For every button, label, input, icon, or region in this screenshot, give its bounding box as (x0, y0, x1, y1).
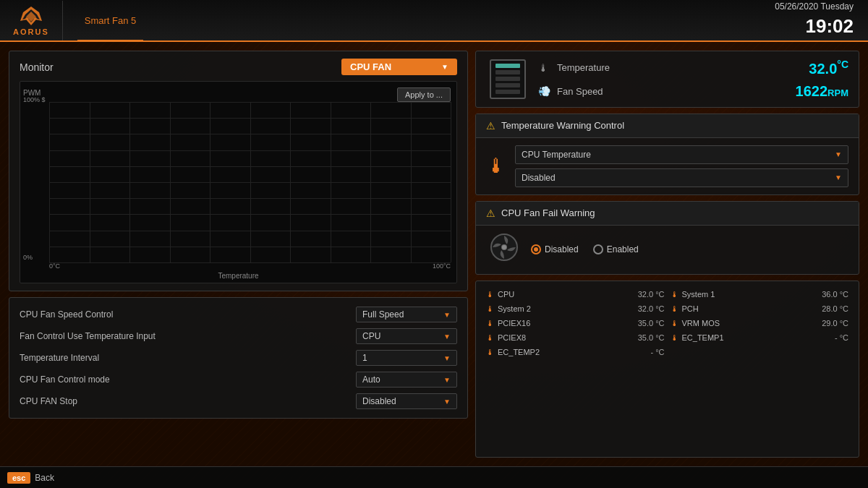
fan-fail-header: ⚠ CPU Fan Fail Warning (476, 202, 859, 226)
chart-x-end: 100°C (433, 262, 451, 270)
sensor-name-right-1: PCH (682, 304, 802, 313)
fan-fail-body: Disabled Enabled (476, 226, 859, 274)
temp-source-value: CPU Temperature (522, 150, 591, 160)
temp-warning-body: 🌡 CPU Temperature ▼ Disabled ▼ (476, 138, 859, 194)
grid-line-v-8 (370, 102, 371, 262)
tab-area: Smart Fan 5 (63, 0, 158, 40)
control-dropdown-2[interactable]: 1▼ (356, 350, 457, 366)
chevron-down-icon-ctrl-3: ▼ (443, 376, 451, 384)
sensor-name-right-0: System 1 (682, 290, 802, 299)
monitor-card: Monitor CPU FAN ▼ PWM 100% $ 0% 0°C 100°… (9, 51, 468, 291)
time-text: 19:02 (775, 13, 854, 39)
control-row-3: CPU Fan Control modeAuto▼ (20, 369, 457, 390)
enabled-radio-option[interactable]: Enabled (593, 244, 639, 254)
sensor-name-left-0: CPU (498, 290, 618, 299)
control-row-2: Temperature Interval1▼ (20, 347, 457, 369)
temp-source-dropdown[interactable]: CPU Temperature ▼ (515, 145, 848, 164)
chevron-down-icon: ▼ (441, 63, 448, 71)
control-row-1: Fan Control Use Temperature InputCPU▼ (20, 325, 457, 347)
date-text: 05/26/2020 Tuesday (775, 1, 854, 12)
sensor-icon-right-1: 🌡 (671, 304, 678, 313)
fan-icon (486, 233, 522, 267)
control-dropdown-1[interactable]: CPU▼ (356, 328, 457, 344)
pc-slot-2 (495, 70, 520, 74)
smart-fan-tab[interactable]: Smart Fan 5 (77, 1, 144, 41)
chart-grid (49, 102, 451, 262)
enabled-radio-dot (593, 244, 603, 254)
temp-fan-card: 🌡 Temperature 32.0°C 💨 Fan Speed 1622RPM (475, 51, 859, 108)
sensor-right-4 (671, 346, 849, 358)
control-label-3: CPU Fan Control mode (20, 374, 356, 385)
control-value-2: 1 (362, 353, 367, 363)
sensor-right-0: 🌡System 136.0 °C (671, 288, 849, 300)
temp-action-dropdown[interactable]: Disabled ▼ (515, 168, 848, 187)
sensor-left-1: 🌡System 232.0 °C (486, 303, 665, 314)
grid-line-v-5 (250, 102, 251, 262)
pc-icon-area (486, 59, 529, 99)
warning-icon: ⚠ (486, 120, 495, 132)
sensor-icon-right-2: 🌡 (671, 319, 678, 328)
temp-readings: 🌡 Temperature 32.0°C 💨 Fan Speed 1622RPM (538, 59, 848, 100)
sensor-value-left-1: 32.0 °C (621, 304, 665, 313)
monitor-title: Monitor (20, 61, 54, 73)
sensor-value-left-3: 35.0 °C (621, 333, 665, 342)
sensor-icon-right-3: 🌡 (671, 333, 678, 342)
sensor-left-3: 🌡PCIEX835.0 °C (486, 332, 665, 343)
sensor-right-1: 🌡PCH28.0 °C (671, 303, 849, 314)
logo-text: AORUS (13, 27, 49, 36)
chevron-down-icon-ctrl-0: ▼ (443, 311, 451, 319)
control-dropdown-0[interactable]: Full Speed▼ (356, 307, 457, 322)
sensor-name-right-3: EC_TEMP1 (682, 333, 802, 342)
tab-label: Smart Fan 5 (85, 15, 137, 26)
temp-warning-card: ⚠ Temperature Warning Control 🌡 CPU Temp… (475, 114, 859, 195)
right-panel: 🌡 Temperature 32.0°C 💨 Fan Speed 1622RPM (475, 51, 859, 458)
pc-slot-5 (495, 90, 520, 94)
apply-to-button[interactable]: Apply to ... (397, 87, 451, 102)
disabled-radio-option[interactable]: Disabled (531, 244, 579, 254)
grid-line-v-7 (331, 102, 331, 262)
fan-speed-value: 1622RPM (796, 83, 848, 100)
sensor-value-right-1: 28.0 °C (805, 304, 848, 313)
disabled-radio-dot (531, 244, 541, 254)
esc-badge[interactable]: esc (7, 472, 30, 484)
chart-y-min: 0% (23, 254, 33, 261)
datetime-area: 05/26/2020 Tuesday 19:02 (775, 1, 868, 39)
control-row-4: CPU FAN StopDisabled▼ (20, 390, 457, 412)
sensor-icon-left-0: 🌡 (486, 290, 494, 299)
sensor-name-left-3: PCIEX8 (498, 333, 618, 342)
aorus-logo-icon (19, 5, 43, 27)
sensor-name-left-1: System 2 (498, 304, 618, 313)
sensor-icon-right-0: 🌡 (671, 290, 678, 299)
fan-speed-row: 💨 Fan Speed 1622RPM (538, 83, 848, 100)
sensor-left-2: 🌡PCIEX1635.0 °C (486, 317, 665, 329)
thermometer-small-icon: 🌡 (538, 62, 551, 74)
grid-line-v-0 (49, 102, 50, 262)
control-value-3: Auto (362, 374, 380, 385)
back-label: Back (35, 473, 54, 483)
fan-fail-card: ⚠ CPU Fan Fail Warning (475, 201, 859, 275)
sensor-icon-left-4: 🌡 (486, 348, 494, 356)
chart-x-start: 0°C (49, 262, 60, 270)
chevron-down-icon-2: ▼ (835, 150, 842, 158)
sensors-card: 🌡CPU32.0 °C🌡System 136.0 °C🌡System 232.0… (475, 281, 859, 458)
fan-fail-title: CPU Fan Fail Warning (501, 207, 595, 218)
grid-line-h-10 (49, 262, 451, 263)
fan-chart[interactable]: PWM 100% $ 0% 0°C 100°C Temperature Appl… (20, 81, 457, 283)
sensor-icon-left-2: 🌡 (486, 319, 494, 328)
fan-selector-value: CPU FAN (350, 61, 391, 72)
grid-line-v-2 (129, 102, 130, 262)
thermometer-icon: 🌡 (486, 154, 506, 178)
sensor-name-left-2: PCIEX16 (498, 319, 618, 328)
fan-small-icon: 💨 (538, 85, 551, 97)
chevron-down-icon-ctrl-1: ▼ (443, 333, 451, 341)
control-dropdown-3[interactable]: Auto▼ (356, 372, 457, 388)
control-dropdown-4[interactable]: Disabled▼ (356, 393, 457, 409)
sensor-right-3: 🌡EC_TEMP1- °C (671, 332, 849, 343)
monitor-header: Monitor CPU FAN ▼ (20, 59, 457, 75)
sensor-value-left-4: - °C (621, 348, 665, 356)
control-value-0: Full Speed (362, 309, 404, 320)
temp-warning-header: ⚠ Temperature Warning Control (476, 114, 859, 138)
logo-area: AORUS (0, 1, 63, 40)
fan-selector-dropdown[interactable]: CPU FAN ▼ (341, 59, 457, 75)
control-label-1: Fan Control Use Temperature Input (20, 331, 356, 341)
